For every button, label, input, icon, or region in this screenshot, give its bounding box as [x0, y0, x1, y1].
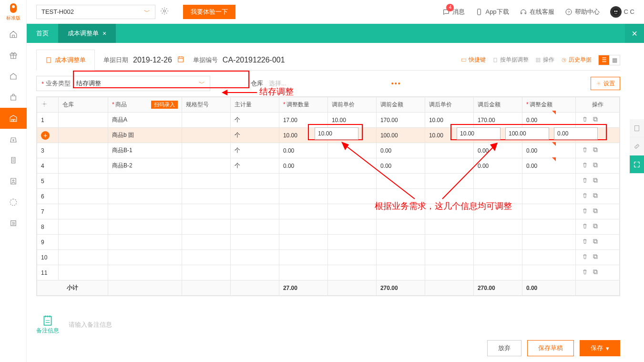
panel-link-icon[interactable]	[630, 137, 644, 155]
copy-icon[interactable]	[592, 177, 599, 184]
post-amt-input[interactable]: 100.00	[505, 127, 549, 140]
post-price-input[interactable]: 10.00	[457, 127, 501, 140]
rail-house-icon[interactable]	[0, 66, 27, 87]
panel-expand-icon[interactable]	[630, 155, 644, 174]
delete-icon[interactable]	[582, 177, 588, 184]
table-row[interactable]: 8	[37, 219, 620, 235]
table-row[interactable]: 6	[37, 189, 620, 204]
svg-rect-21	[593, 117, 596, 120]
save-button[interactable]: 保存▾	[580, 340, 620, 356]
grid-view-icon[interactable]: ▦	[609, 55, 620, 65]
more-icon[interactable]: •••	[391, 80, 401, 87]
rail-warehouse-icon[interactable]	[0, 108, 27, 129]
gear-icon	[41, 101, 48, 107]
save-draft-button[interactable]: 保存草稿	[527, 340, 574, 356]
close-icon[interactable]: ×	[102, 30, 106, 37]
copy-icon[interactable]	[592, 238, 599, 245]
col-pre-amt: 调前金额	[376, 97, 425, 113]
col-post-amt: 调后金额	[473, 97, 522, 113]
panel-note-icon[interactable]	[630, 119, 644, 137]
adjust-mode-link[interactable]: 按单据调整	[492, 56, 529, 64]
copy-icon[interactable]	[592, 146, 599, 153]
svg-rect-9	[47, 58, 51, 63]
col-gear[interactable]	[37, 97, 59, 113]
user-menu[interactable]: C C	[610, 6, 634, 18]
table-row[interactable]: 7	[37, 204, 620, 219]
svg-rect-33	[593, 209, 596, 212]
history-link[interactable]: 历史单据	[561, 56, 592, 64]
delete-icon[interactable]	[582, 269, 588, 275]
rail-contact-icon[interactable]	[0, 171, 27, 192]
rail-gift-icon[interactable]	[0, 45, 27, 66]
add-row-icon[interactable]: +	[41, 131, 50, 140]
rail-home-icon[interactable]	[0, 24, 27, 45]
view-toggle[interactable]: ☰ ▦	[598, 55, 620, 65]
table-row[interactable]: 1商品A个17.0010.00170.0010.00170.000.00	[37, 113, 620, 128]
operate-link[interactable]: 操作	[535, 56, 554, 64]
calendar-icon[interactable]	[177, 55, 184, 64]
delete-icon[interactable]	[582, 146, 588, 153]
message-button[interactable]: 消息 4	[442, 8, 465, 16]
tab-current[interactable]: 成本调整单 ×	[58, 24, 116, 43]
copy-icon[interactable]	[592, 116, 599, 123]
subtotal-label: 小计	[37, 280, 108, 296]
table-row[interactable]: 11	[37, 265, 620, 280]
rail-bag-icon[interactable]	[0, 87, 27, 108]
delete-icon[interactable]	[582, 162, 588, 168]
header: TEST-H002 ﹀ 我要体验一下 消息 4 App下载 在线客服 ? 帮助中…	[27, 0, 644, 24]
col-pre-price: 调前单价	[327, 97, 376, 113]
data-table: 仓库 *商品扫码录入 规格型号 主计量 *调整数量 调前单价 调前金额 调后单价…	[37, 97, 620, 296]
help-button[interactable]: ? 帮助中心	[565, 8, 600, 16]
list-view-icon[interactable]: ☰	[599, 55, 609, 65]
content: 成本调整单 单据日期 2019-12-26 单据编号 CA-20191226-0…	[27, 43, 630, 362]
copy-icon[interactable]	[592, 207, 599, 214]
table-row[interactable]: 10	[37, 250, 620, 265]
company-select[interactable]: TEST-H002 ﹀	[36, 5, 155, 19]
copy-icon[interactable]	[592, 269, 599, 275]
delete-icon[interactable]	[582, 238, 588, 245]
rail-sync-icon[interactable]	[0, 192, 27, 213]
table-row[interactable]: 9	[37, 235, 620, 250]
table-row[interactable]: 4商品B-2个0.000.000.000.00	[37, 158, 620, 174]
delete-icon[interactable]	[582, 253, 588, 260]
bill-date[interactable]: 2019-12-26	[133, 56, 172, 64]
svg-point-19	[43, 103, 45, 105]
setting-button[interactable]: 设置	[591, 77, 620, 90]
copy-icon[interactable]	[592, 253, 599, 260]
bill-no-label: 单据编号	[193, 56, 218, 64]
copy-icon[interactable]	[592, 162, 599, 168]
shortcut-link[interactable]: 快捷键	[461, 56, 486, 64]
scan-button[interactable]: 扫码录入	[151, 101, 178, 109]
biz-type-select[interactable]: * 业务类型 结存调整 ﹀	[36, 76, 210, 91]
delete-icon[interactable]	[582, 223, 588, 229]
rail-money-icon[interactable]	[0, 129, 27, 150]
delete-icon[interactable]	[582, 116, 588, 123]
col-post-price: 调后单价	[425, 97, 473, 113]
note-icon	[41, 314, 54, 327]
discard-button[interactable]: 放弃	[487, 340, 521, 356]
close-all-tabs[interactable]: ×	[625, 24, 644, 43]
bill-no: CA-20191226-001	[223, 56, 285, 64]
remarks-input[interactable]: 请输入备注信息	[69, 321, 112, 329]
svg-rect-13	[536, 58, 538, 60]
rail-new-icon[interactable]: 新	[0, 213, 27, 234]
delete-icon[interactable]	[582, 192, 588, 199]
header-gear-icon[interactable]	[160, 7, 169, 17]
tab-home[interactable]: 首页	[27, 24, 58, 43]
logo: 标准版	[0, 0, 27, 24]
qty-input[interactable]: 10.00	[315, 127, 358, 140]
rail-clipboard-icon[interactable]	[0, 150, 27, 171]
app-download-button[interactable]: App下载	[475, 8, 509, 16]
copy-icon[interactable]	[592, 223, 599, 229]
experience-button[interactable]: 我要体验一下	[183, 5, 235, 19]
warehouse-select[interactable]: 仓库 选择...	[251, 79, 286, 88]
svg-rect-10	[178, 57, 184, 62]
table-row[interactable]: 3商品B-1个0.000.000.000.00	[37, 143, 620, 158]
service-button[interactable]: 在线客服	[520, 8, 554, 16]
delete-icon[interactable]	[582, 207, 588, 214]
table-row[interactable]: 5	[37, 174, 620, 189]
adj-amt-input[interactable]: 0.00	[554, 127, 598, 140]
svg-rect-27	[593, 163, 596, 166]
copy-icon[interactable]	[592, 192, 599, 199]
form-tab[interactable]: 成本调整单	[36, 50, 95, 71]
